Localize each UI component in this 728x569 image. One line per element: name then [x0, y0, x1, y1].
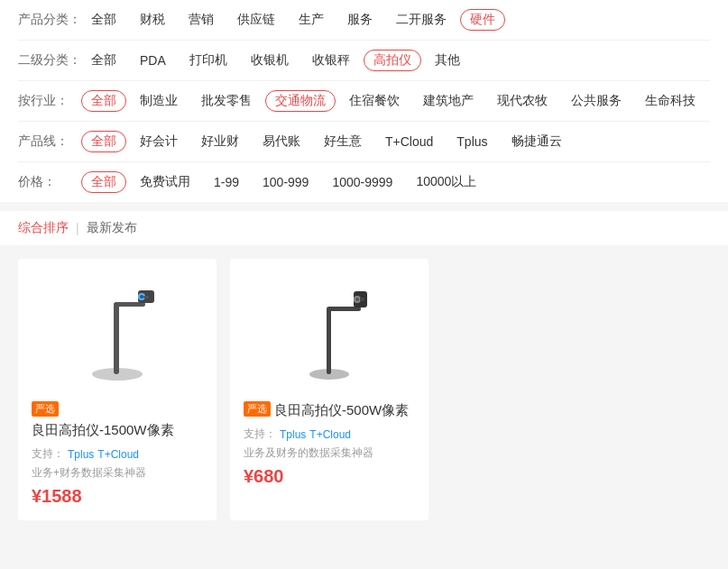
pl-changjie[interactable]: 畅捷通云 [502, 131, 572, 152]
product-desc-1: 业务+财务数据采集神器 [32, 465, 203, 481]
pl-all[interactable]: 全部 [81, 131, 126, 152]
price-label: 价格： [18, 174, 81, 190]
pl-yidaizhang[interactable]: 易代账 [253, 131, 310, 152]
svg-rect-8 [327, 308, 331, 374]
productline-row: 产品线： 全部 好会计 好业财 易代账 好生意 T+Cloud Tplus 畅捷… [18, 122, 710, 162]
pl-tplus[interactable]: Tplus [447, 132, 497, 151]
product-card-2[interactable]: 严选 良田高拍仪-500W像素 支持： Tplus T+Cloud 业务及财务的… [230, 259, 429, 520]
industry-catering[interactable]: 住宿餐饮 [339, 90, 410, 112]
product-image-2 [244, 272, 415, 390]
industry-public[interactable]: 公共服务 [561, 90, 631, 112]
cat1-yingjian[interactable]: 硬件 [460, 9, 505, 31]
svg-rect-13 [360, 298, 364, 301]
price-row: 价格： 全部 免费试用 1-99 100-999 1000-9999 10000… [18, 162, 710, 202]
cat1-shengchan[interactable]: 生产 [289, 9, 334, 31]
support-tcloud-2: T+Cloud [309, 428, 351, 441]
product-title-row-2: 严选 良田高拍仪-500W像素 [244, 400, 415, 419]
pl-haokuaiji[interactable]: 好会计 [130, 131, 188, 152]
price-free[interactable]: 免费试用 [130, 171, 200, 193]
product-grid: 严选 良田高拍仪-1500W像素 支持： Tplus T+Cloud 业务+财务… [0, 245, 728, 534]
filter-panel: 产品分类： 全部 财税 营销 供应链 生产 服务 二开服务 硬件 二级分类： 全… [0, 0, 728, 202]
sort-comprehensive[interactable]: 综合排序 [18, 220, 69, 236]
support-label-2: 支持： [244, 427, 276, 442]
cat1-all[interactable]: 全部 [81, 9, 126, 31]
sort-divider: | [76, 221, 79, 235]
price-1-99[interactable]: 1-99 [204, 172, 249, 192]
support-tplus-1: Tplus [68, 448, 94, 461]
product-price-2: ¥680 [244, 466, 415, 487]
industry-wholesale[interactable]: 批发零售 [191, 90, 262, 112]
svg-point-5 [140, 295, 143, 298]
category2-items: 全部 PDA 打印机 收银机 收银秤 高拍仪 其他 [81, 50, 470, 71]
scanner-svg-2 [289, 277, 370, 385]
industry-all[interactable]: 全部 [81, 90, 126, 112]
cat2-printer[interactable]: 打印机 [180, 50, 237, 71]
cat2-other[interactable]: 其他 [425, 50, 470, 71]
pl-tcloud[interactable]: T+Cloud [375, 132, 443, 151]
product-name-1: 良田高拍仪-1500W像素 [32, 420, 174, 439]
category1-label: 产品分类： [18, 12, 81, 28]
category1-row: 产品分类： 全部 财税 营销 供应链 生产 服务 二开服务 硬件 [18, 0, 710, 41]
product-price-1: ¥1588 [32, 486, 203, 507]
product-title-row-1: 严选 良田高拍仪-1500W像素 [32, 400, 203, 439]
cat1-caishui[interactable]: 财税 [130, 9, 175, 31]
product-desc-2: 业务及财务的数据采集神器 [244, 445, 415, 461]
product-badge-1: 严选 [32, 401, 59, 417]
product-badge-2: 严选 [244, 401, 271, 417]
cat2-all[interactable]: 全部 [81, 50, 126, 71]
cat1-gongyinglian[interactable]: 供应链 [227, 9, 285, 31]
sort-bar: 综合排序 | 最新发布 [0, 211, 728, 245]
support-row-2: 支持： Tplus T+Cloud [244, 427, 415, 442]
industry-row: 按行业： 全部 制造业 批发零售 交通物流 住宿餐饮 建筑地产 现代农牧 公共服… [18, 81, 710, 122]
industry-transport[interactable]: 交通物流 [265, 90, 336, 112]
pl-haoyecai[interactable]: 好业财 [191, 131, 249, 152]
scanner-svg-1 [77, 277, 158, 385]
product-image-1 [32, 272, 203, 390]
sort-latest[interactable]: 最新发布 [87, 220, 137, 236]
category2-row: 二级分类： 全部 PDA 打印机 收银机 收银秤 高拍仪 其他 [18, 41, 710, 81]
product-card-1[interactable]: 严选 良田高拍仪-1500W像素 支持： Tplus T+Cloud 业务+财务… [18, 259, 217, 520]
price-100-999[interactable]: 100-999 [253, 172, 318, 192]
cat1-erkai[interactable]: 二开服务 [386, 9, 456, 31]
cat2-scanner[interactable]: 高拍仪 [364, 50, 421, 71]
category2-label: 二级分类： [18, 52, 81, 69]
category1-items: 全部 财税 营销 供应链 生产 服务 二开服务 硬件 [81, 9, 505, 31]
support-tcloud-1: T+Cloud [97, 448, 139, 461]
cat1-yingxiao[interactable]: 营销 [179, 9, 224, 31]
support-label-1: 支持： [32, 446, 64, 462]
price-all[interactable]: 全部 [81, 171, 126, 193]
industry-manufacturing[interactable]: 制造业 [130, 90, 188, 112]
support-tplus-2: Tplus [280, 428, 306, 441]
cat2-scale[interactable]: 收银秤 [302, 50, 360, 71]
svg-point-12 [355, 298, 359, 301]
cat1-fuwu[interactable]: 服务 [337, 9, 382, 31]
productline-items: 全部 好会计 好业财 易代账 好生意 T+Cloud Tplus 畅捷通云 [81, 131, 572, 152]
cat2-cash-register[interactable]: 收银机 [241, 50, 299, 71]
svg-rect-1 [114, 304, 119, 374]
productline-label: 产品线： [18, 133, 81, 150]
price-10000plus[interactable]: 10000以上 [406, 171, 486, 193]
support-row-1: 支持： Tplus T+Cloud [32, 446, 203, 462]
industry-construction[interactable]: 建筑地产 [413, 90, 484, 112]
price-1000-9999[interactable]: 1000-9999 [322, 172, 402, 192]
industry-agriculture[interactable]: 现代农牧 [487, 90, 558, 112]
svg-rect-6 [143, 296, 149, 298]
price-items: 全部 免费试用 1-99 100-999 1000-9999 10000以上 [81, 171, 486, 193]
industry-biotech[interactable]: 生命科技 [635, 90, 705, 112]
industry-items: 全部 制造业 批发零售 交通物流 住宿餐饮 建筑地产 现代农牧 公共服务 生命科… [81, 90, 705, 112]
industry-label: 按行业： [18, 93, 81, 109]
product-name-2: 良田高拍仪-500W像素 [274, 400, 409, 419]
cat2-pda[interactable]: PDA [130, 50, 176, 70]
pl-haoshengyi[interactable]: 好生意 [314, 131, 372, 152]
